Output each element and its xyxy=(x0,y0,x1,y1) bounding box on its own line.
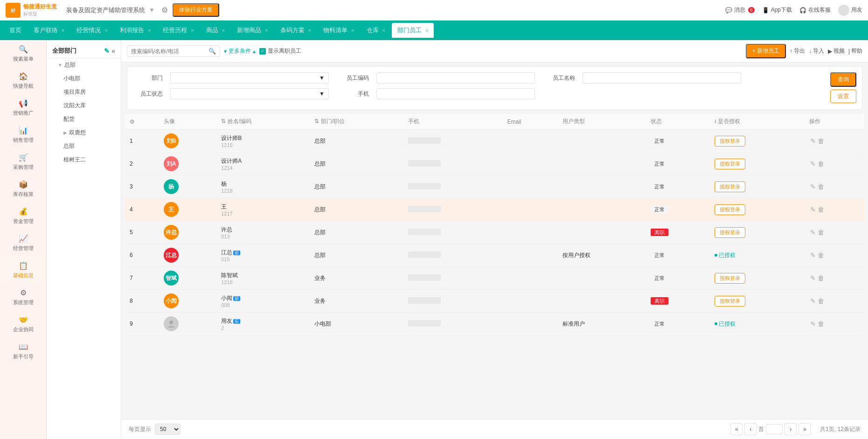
add-employee-btn[interactable]: + 新增员工 xyxy=(746,44,786,58)
status-badge: 正常 xyxy=(651,274,668,282)
phone-blur xyxy=(408,229,441,235)
dept-node-项目库房[interactable]: 项目库房 xyxy=(47,85,121,99)
nav-tab-物料清单[interactable]: 物料清单× xyxy=(318,23,360,38)
nav-tab-部门员工[interactable]: 部门员工× xyxy=(392,23,434,38)
delete-btn[interactable]: 🗑 xyxy=(818,160,824,167)
left-nav-快捷导航[interactable]: 🏠快捷导航 xyxy=(0,67,46,94)
auth-button[interactable]: 授权登录 xyxy=(715,204,745,215)
dept-node-总部[interactable]: 总部 xyxy=(47,139,121,153)
delete-btn[interactable]: 🗑 xyxy=(818,206,824,213)
first-page-btn[interactable]: « xyxy=(730,423,743,435)
nav-tab-首页[interactable]: 首页 xyxy=(4,23,27,38)
query-btn[interactable]: 查询 xyxy=(830,72,856,87)
pagination: 每页显示 50 100 200 « ‹ 首 1 › » 共1页, 12条记录 xyxy=(121,419,868,439)
avatar: 刘B xyxy=(164,133,179,148)
delete-btn[interactable]: 🗑 xyxy=(818,183,824,190)
dept-node-总部[interactable]: ▼总部 xyxy=(47,58,121,72)
filter-actions: 查询 设置 xyxy=(830,72,856,103)
delete-btn[interactable]: 🗑 xyxy=(818,251,824,259)
left-nav-库存核算[interactable]: 📦库存核算 xyxy=(0,175,46,202)
trial-button[interactable]: 体验行业方案 xyxy=(173,3,219,17)
left-nav-经营管理[interactable]: 📈经营管理 xyxy=(0,230,46,257)
search-input[interactable] xyxy=(131,48,206,55)
auth-button[interactable]: 授权登录 xyxy=(715,159,745,169)
dept-node-小电部[interactable]: 小电部 xyxy=(47,72,121,85)
left-nav: 🔍搜索菜单🏠快捷导航📢营销推广📊销售管理🛒采购管理📦库存核算💰资金管理📈经营管理… xyxy=(0,40,47,439)
dept-collapse-btn[interactable]: « xyxy=(111,47,115,55)
dept-node-沈阳大库[interactable]: 沈阳大库 xyxy=(47,99,121,112)
filter-form: 部门 ▼ 员工编码 员工名称 员工状态 ▼ 手机 xyxy=(127,66,862,110)
nav-tab-经营历程[interactable]: 经营历程× xyxy=(157,23,199,38)
col-settings: ⚙ xyxy=(125,114,159,130)
edit-btn[interactable]: ✎ xyxy=(810,229,816,236)
dept-select[interactable]: ▼ xyxy=(170,72,329,84)
edit-btn[interactable]: ✎ xyxy=(810,206,816,213)
dept-node-植树王二[interactable]: 植树王二 xyxy=(47,153,121,167)
last-page-btn[interactable]: » xyxy=(799,423,811,435)
dept-node-配货[interactable]: 配货 xyxy=(47,112,121,126)
current-page-input[interactable]: 1 xyxy=(766,424,783,434)
help-btn[interactable]: | 帮助 xyxy=(848,47,862,55)
auth-button[interactable]: 授权登录 xyxy=(715,136,745,146)
avatar: 江总 xyxy=(164,248,179,263)
edit-btn[interactable]: ✎ xyxy=(810,274,816,282)
left-nav-搜索菜单[interactable]: 🔍搜索菜单 xyxy=(0,40,46,67)
delete-btn[interactable]: 🗑 xyxy=(818,297,824,305)
online-service-btn[interactable]: 🎧 在线客服 xyxy=(799,6,831,14)
nav-tab-条码方案[interactable]: 条码方案× xyxy=(275,23,317,38)
edit-btn[interactable]: ✎ xyxy=(810,137,816,145)
export-btn[interactable]: ↑ 导出 xyxy=(790,47,805,55)
app-download-btn[interactable]: 📱 App下载 xyxy=(762,6,792,14)
left-nav-采购管理[interactable]: 🛒采购管理 xyxy=(0,148,46,175)
nav-tab-仓库[interactable]: 仓库× xyxy=(361,23,391,38)
emp-code-input[interactable] xyxy=(376,72,535,84)
nav-tab-客户联络[interactable]: 客户联络× xyxy=(28,23,70,38)
toolbar: 🔍 ▾ 更多条件 ▴ ✓ 显示离职员工 + 新增员工 ↑ 导出 xyxy=(121,40,868,63)
auth-button[interactable]: 授权登录 xyxy=(715,181,745,192)
more-filter-btn[interactable]: ▾ 更多条件 ▴ xyxy=(224,47,256,55)
auth-button[interactable]: 授权登录 xyxy=(715,227,745,238)
left-nav-资金管理[interactable]: 💰资金管理 xyxy=(0,202,46,230)
left-nav-新手引导[interactable]: 📖新手引导 xyxy=(0,338,46,365)
edit-btn[interactable]: ✎ xyxy=(810,183,816,190)
edit-btn[interactable]: ✎ xyxy=(810,320,816,328)
prev-page-btn[interactable]: ‹ xyxy=(744,423,757,435)
dept-node-双鹿想[interactable]: ▶双鹿想 xyxy=(47,126,121,139)
gear-icon[interactable]: ⚙ xyxy=(161,6,168,14)
help-icon: | xyxy=(848,48,850,55)
delete-btn[interactable]: 🗑 xyxy=(818,274,824,282)
left-nav-销售管理[interactable]: 📊销售管理 xyxy=(0,121,46,148)
import-btn[interactable]: ↓ 导入 xyxy=(809,47,824,55)
emp-name-input[interactable] xyxy=(583,72,741,84)
nav-tab-经营情况[interactable]: 经营情况× xyxy=(71,23,113,38)
video-btn[interactable]: ▶ 视频 xyxy=(828,47,845,55)
delete-btn[interactable]: 🗑 xyxy=(818,137,824,145)
next-page-btn[interactable]: › xyxy=(785,423,797,435)
left-nav-企业协同[interactable]: 🤝企业协同 xyxy=(0,311,46,338)
phone-input[interactable] xyxy=(376,88,535,99)
page-size-select[interactable]: 50 100 200 xyxy=(155,424,181,435)
page-nav: « ‹ 首 1 › » xyxy=(730,423,811,435)
messages-btn[interactable]: 💬 消息 6 xyxy=(725,6,755,14)
phone-blur xyxy=(408,160,441,167)
auth-button[interactable]: 授权登录 xyxy=(715,273,745,284)
left-nav-基础信息[interactable]: 📋基础信息 xyxy=(0,257,46,284)
edit-btn[interactable]: ✎ xyxy=(810,251,816,259)
nav-tab-利润报告[interactable]: 利润报告× xyxy=(114,23,156,38)
nav-tab-商品[interactable]: 商品× xyxy=(201,23,230,38)
dept-all-label[interactable]: 全部部门 xyxy=(52,47,76,55)
set-btn[interactable]: 设置 xyxy=(830,90,856,103)
delete-btn[interactable]: 🗑 xyxy=(818,229,824,236)
left-nav-营销推广[interactable]: 📢营销推广 xyxy=(0,94,46,121)
dept-edit-icon[interactable]: ✎ xyxy=(104,47,110,55)
emp-status-select[interactable]: ▼ xyxy=(170,88,329,99)
dept-sidebar: 全部部门 ✎ « ▼总部小电部项目库房沈阳大库配货▶双鹿想总部植树王二 xyxy=(47,40,121,439)
edit-btn[interactable]: ✎ xyxy=(810,297,816,305)
left-nav-系统管理[interactable]: ⚙系统管理 xyxy=(0,284,46,311)
user-btn[interactable]: 用友 xyxy=(838,5,862,16)
delete-btn[interactable]: 🗑 xyxy=(818,320,824,328)
nav-tab-新增商品[interactable]: 新增商品× xyxy=(231,23,273,38)
show-resigned-checkbox[interactable]: ✓ 显示离职员工 xyxy=(259,47,301,55)
auth-button[interactable]: 授权登录 xyxy=(715,296,745,307)
edit-btn[interactable]: ✎ xyxy=(810,160,816,167)
